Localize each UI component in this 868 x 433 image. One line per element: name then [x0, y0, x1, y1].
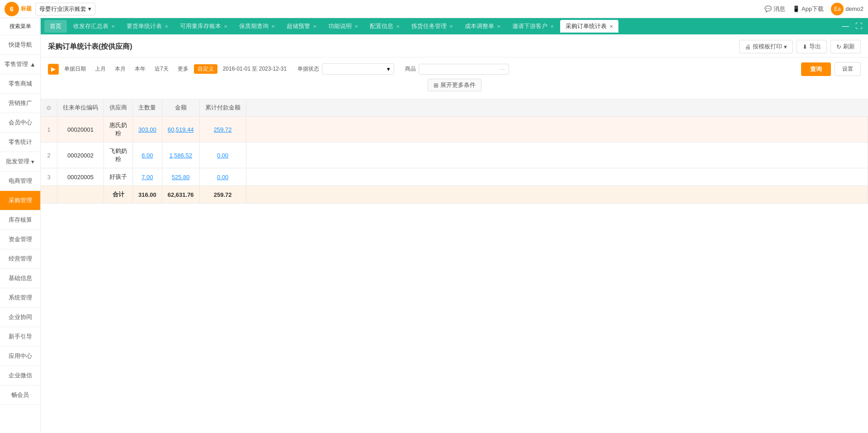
shortcut-custom[interactable]: 自定义 — [194, 64, 217, 74]
page-actions: 🖨 按模板打印 ▾ ⬇ 导出 ↻ 刷新 — [739, 40, 861, 53]
wholesale-label: 批发管理 — [6, 157, 29, 166]
tab-pick-task-label: 拣货任务管理 — [411, 22, 447, 30]
amount-3[interactable]: 525.80 — [162, 168, 199, 186]
tab-pick-task-close[interactable]: ✕ — [449, 24, 453, 29]
tab-overstock[interactable]: 超储预警 ✕ — [281, 20, 322, 33]
sidebar-item-enterprise[interactable]: 企业协同 — [0, 308, 40, 327]
retail-management-label: 零售管理 — [5, 60, 28, 68]
user-area[interactable]: Ea demo2 — [831, 3, 863, 15]
tab-goods-stats[interactable]: 要货单统计表 ✕ — [121, 20, 174, 33]
expand-button[interactable]: ⊞ 展开更多条件 — [428, 79, 481, 91]
tab-config-info[interactable]: 配置信息 ✕ — [364, 20, 405, 33]
shortcut-this-year[interactable]: 本年 — [131, 64, 149, 74]
sidebar-item-finance[interactable]: 资金管理 — [0, 230, 40, 249]
filter-toggle-button[interactable]: ▶ — [48, 64, 59, 75]
sidebar-item-quick-nav[interactable]: 快捷导航 — [0, 35, 40, 55]
tab-pick-task[interactable]: 拣货任务管理 ✕ — [406, 20, 458, 33]
tab-home[interactable]: 首页 — [44, 20, 67, 33]
tab-maximize-button[interactable]: ⛶ — [854, 21, 864, 31]
tab-send-receive-close[interactable]: ✕ — [111, 24, 115, 29]
chevron-right-icon: ▶ — [51, 66, 56, 72]
paid-amount-3[interactable]: 0.00 — [199, 168, 246, 186]
top-bar: 6 标题 母婴行业演示账套 ▾ 💬 消息 📱 App下载 Ea demo2 — [0, 0, 868, 18]
goods-input-dots[interactable]: ··· — [500, 66, 505, 72]
logo-text: 标题 — [21, 5, 32, 13]
tab-shelf-life[interactable]: 保质期查询 ✕ — [234, 20, 280, 33]
extra-1 — [246, 117, 868, 143]
sidebar-item-retail-management[interactable]: 零售管理 ▲ — [0, 55, 40, 74]
shortcut-more[interactable]: 更多 — [174, 64, 192, 74]
main-qty-3[interactable]: 7.00 — [133, 168, 162, 186]
sidebar-item-member[interactable]: 畅会员 — [0, 385, 40, 405]
main-qty-1[interactable]: 303.00 — [133, 117, 162, 143]
sidebar-item-new-guide[interactable]: 新手引导 — [0, 327, 40, 347]
paid-amount-2[interactable]: 0.00 — [199, 143, 246, 168]
tab-shelf-life-close[interactable]: ✕ — [271, 24, 275, 29]
message-button[interactable]: 💬 消息 — [764, 5, 785, 13]
tab-config-info-close[interactable]: ✕ — [396, 24, 400, 29]
shortcut-this-month[interactable]: 本月 — [111, 64, 129, 74]
tab-send-receive[interactable]: 收发存汇总表 ✕ — [68, 20, 120, 33]
supplier-3: 好孩子 — [104, 168, 133, 186]
sidebar-item-business[interactable]: 经营管理 — [0, 249, 40, 269]
tab-cost-adjust[interactable]: 成本调整单 ✕ — [459, 20, 506, 33]
enterprise-wechat-label: 企业微信 — [9, 371, 32, 380]
tab-available-inventory[interactable]: 可用量库存账本 ✕ — [175, 20, 233, 33]
sidebar-item-wholesale[interactable]: 批发管理 ▾ — [0, 152, 40, 171]
tab-goods-stats-close[interactable]: ✕ — [165, 24, 168, 29]
sidebar-item-app-center[interactable]: 应用中心 — [0, 347, 40, 366]
amount-2[interactable]: 1,586.52 — [162, 143, 199, 168]
sidebar-item-member-center[interactable]: 会员中心 — [0, 113, 40, 133]
tab-available-inventory-close[interactable]: ✕ — [224, 24, 227, 29]
sidebar-item-system[interactable]: 系统管理 — [0, 288, 40, 308]
tab-purchase-stats[interactable]: 采购订单统计表 ✕ — [560, 20, 618, 33]
shortcut-last-month[interactable]: 上月 — [91, 64, 109, 74]
settings-button[interactable]: 设置 — [835, 62, 861, 76]
purchase-label: 采购管理 — [9, 196, 32, 205]
tab-overstock-close[interactable]: ✕ — [313, 24, 316, 29]
tab-invite-downstream-close[interactable]: ✕ — [550, 24, 554, 29]
export-button[interactable]: ⬇ 导出 — [797, 40, 827, 53]
tab-minimize-button[interactable]: — — [840, 21, 851, 31]
tab-purchase-stats-close[interactable]: ✕ — [609, 24, 613, 29]
tab-function-desc-label: 功能说明 — [328, 22, 352, 30]
sidebar-item-enterprise-wechat[interactable]: 企业微信 — [0, 366, 40, 385]
sidebar-item-inventory[interactable]: 库存核算 — [0, 210, 40, 230]
user-name: demo2 — [845, 5, 863, 12]
status-select[interactable]: ▾ — [322, 63, 394, 75]
query-button[interactable]: 查询 — [801, 62, 831, 76]
tab-invite-downstream[interactable]: 邀请下游客户 ✕ — [507, 20, 559, 33]
amount-1[interactable]: 60,519.44 — [162, 117, 199, 143]
company-selector[interactable]: 母婴行业演示账套 ▾ — [35, 3, 95, 15]
th-setting[interactable]: ⚙ — [41, 99, 57, 117]
top-bar-left: 6 标题 母婴行业演示账套 ▾ — [5, 2, 95, 16]
main-qty-2[interactable]: 6.00 — [133, 143, 162, 168]
tab-function-desc-close[interactable]: ✕ — [354, 24, 358, 29]
page-content: 采购订单统计表(按供应商) 🖨 按模板打印 ▾ ⬇ 导出 ↻ 刷新 — [41, 34, 868, 433]
shortcut-7days[interactable]: 近7天 — [151, 64, 172, 74]
row-num-3: 3 — [41, 168, 57, 186]
sidebar-item-marketing[interactable]: 营销推广 — [0, 94, 40, 113]
sidebar-item-retail-mall[interactable]: 零售商城 — [0, 74, 40, 94]
sidebar-item-basic-info[interactable]: 基础信息 — [0, 269, 40, 288]
print-button[interactable]: 🖨 按模板打印 ▾ — [739, 40, 793, 53]
tab-function-desc[interactable]: 功能说明 ✕ — [323, 20, 363, 33]
table-header-row: ⚙ 往来单位编码 供应商 主数量 金额 累计付款金额 — [41, 99, 868, 117]
tab-cost-adjust-close[interactable]: ✕ — [497, 24, 500, 29]
paid-amount-1[interactable]: 259.72 — [199, 117, 246, 143]
footer-label: 合计 — [104, 186, 133, 204]
app-download-button[interactable]: 📱 App下载 — [793, 5, 824, 13]
expand-label: 展开更多条件 — [440, 81, 476, 89]
table-footer-row: 合计 316.00 62,631.76 259.72 — [41, 186, 868, 204]
supplier-1: 惠氏奶粉 — [104, 117, 133, 143]
app-download-label: App下载 — [802, 5, 824, 13]
sidebar-item-ecommerce[interactable]: 电商管理 — [0, 171, 40, 191]
row-num-2: 2 — [41, 143, 57, 168]
goods-input[interactable]: ··· — [419, 64, 509, 75]
sidebar-item-purchase[interactable]: 采购管理 — [0, 191, 40, 210]
search-menu-button[interactable]: 搜索菜单 — [4, 23, 37, 30]
footer-extra — [246, 186, 868, 204]
page-title: 采购订单统计表(按供应商) — [48, 42, 132, 52]
refresh-button[interactable]: ↻ 刷新 — [830, 40, 861, 53]
sidebar-item-retail-stats[interactable]: 零售统计 — [0, 133, 40, 152]
